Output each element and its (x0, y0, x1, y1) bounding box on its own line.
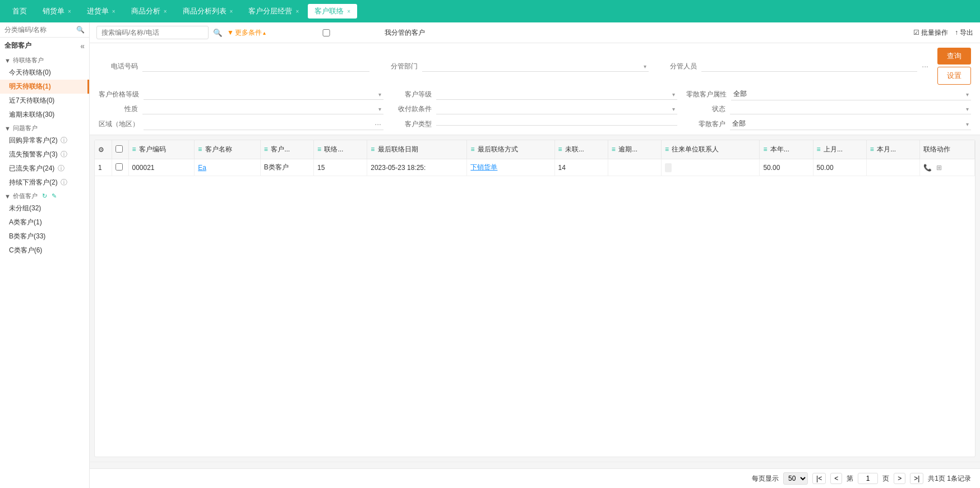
sidebar-item-churn-warning[interactable]: 流失预警客户(3) ⓘ (0, 148, 89, 162)
close-icon[interactable]: × (68, 8, 71, 15)
prev-page-button[interactable]: < (830, 473, 842, 484)
per-page-select[interactable]: 50 (783, 472, 808, 485)
nav-item-purchase[interactable]: 进货单 × (80, 4, 122, 19)
nav-item-customer-tier[interactable]: 客户分层经营 × (242, 4, 306, 19)
sidebar-item-repurchase-abnormal[interactable]: 回购异常客户(2) ⓘ (0, 133, 89, 148)
col-current-month: ≡ 本月... (866, 140, 919, 159)
filter-customer-type: 客户类型 (392, 119, 677, 129)
close-icon[interactable]: × (230, 8, 233, 15)
row-select-checkbox[interactable] (115, 163, 123, 171)
sort-icon: ≡ (264, 145, 268, 153)
reset-button[interactable]: 设置 (937, 67, 971, 85)
sidebar-item-today-contact[interactable]: 今天待联络(0) (0, 66, 89, 80)
retail-attr-select[interactable]: 全部 (731, 88, 971, 100)
retail-customer-select[interactable]: 全部 (730, 118, 971, 130)
sidebar-item-declining[interactable]: 持续下滑客户(2) ⓘ (0, 176, 89, 190)
my-customers-checkbox[interactable] (270, 29, 382, 36)
last-method-link[interactable]: 下销货单 (470, 163, 497, 171)
col-settings[interactable]: ⚙ (95, 140, 112, 159)
sidebar-item-b-class[interactable]: B类客户(33) (0, 229, 89, 243)
payment-select[interactable] (436, 104, 677, 114)
phone-input[interactable] (142, 61, 369, 72)
sidebar-item-a-class[interactable]: A类客户(1) (0, 215, 89, 229)
sidebar-all-customers[interactable]: 全部客户 « (0, 38, 89, 54)
close-icon[interactable]: × (112, 8, 115, 15)
export-button[interactable]: ↑ 导出 (955, 28, 973, 38)
price-level-select[interactable] (144, 89, 383, 100)
sidebar-item-7days-contact[interactable]: 近7天待联络(0) (0, 94, 89, 108)
edit-icon[interactable]: ✎ (52, 192, 57, 200)
sidebar-search-icon[interactable]: 🔍 (76, 26, 85, 34)
row-code: 000021 (128, 159, 195, 176)
row-overdue (608, 159, 661, 176)
region-select[interactable]: ··· (144, 118, 383, 130)
status-select[interactable] (730, 104, 971, 114)
my-customers-checkbox-label[interactable]: 我分管的客户 (270, 28, 425, 38)
info-icon: ⓘ (61, 178, 67, 186)
first-page-button[interactable]: |< (812, 473, 826, 484)
row-no: 1 (95, 159, 112, 176)
sidebar-search-input[interactable] (4, 26, 74, 34)
more-conditions-button[interactable]: ▼ 更多条件 (227, 28, 266, 38)
close-icon[interactable]: × (164, 8, 167, 15)
row-contact-person (662, 159, 760, 176)
customer-level-select[interactable] (436, 89, 677, 100)
gender-label: 性质 (99, 104, 138, 114)
col-checkbox[interactable] (112, 140, 128, 159)
sidebar-item-c-class[interactable]: C类客户(6) (0, 243, 89, 257)
sidebar-item-overdue-contact[interactable]: 逾期未联络(30) (0, 108, 89, 122)
region-more-icon[interactable]: ··· (375, 119, 381, 128)
gender-select[interactable] (142, 104, 383, 114)
last-page-button[interactable]: >| (910, 473, 923, 484)
query-button[interactable]: 查询 (937, 48, 971, 65)
grid-action-icon[interactable]: ⊞ (936, 164, 942, 172)
close-icon[interactable]: × (295, 8, 299, 15)
customer-name-link[interactable]: Ea (198, 164, 206, 172)
select-all-checkbox[interactable] (115, 145, 123, 153)
close-icon[interactable]: × (347, 8, 350, 15)
sort-icon: ≡ (317, 145, 321, 153)
row-name[interactable]: Ea (195, 159, 261, 176)
sidebar-collapse-icon[interactable]: « (80, 42, 85, 50)
retail-customer-label: 零散客户 (686, 119, 725, 129)
nav-home[interactable]: 首页 (6, 4, 34, 19)
page-number-input[interactable] (858, 473, 878, 484)
sidebar-item-tomorrow-contact[interactable]: 明天待联络(1) (0, 80, 89, 94)
filter-gender: 性质 (99, 104, 383, 114)
manager-input[interactable] (701, 61, 917, 72)
batch-operation-button[interactable]: ☑ 批量操作 (913, 28, 948, 38)
sidebar-item-churned[interactable]: 已流失客户(24) ⓘ (0, 162, 89, 176)
status-label: 状态 (686, 104, 725, 114)
dept-select[interactable] (422, 61, 649, 72)
col-last-month: ≡ 上月... (813, 140, 866, 159)
row-last-date: 2023-05-23 18:25: (367, 159, 467, 176)
sidebar-search-bar[interactable]: 🔍 (0, 22, 89, 38)
data-table-wrapper: ⚙ ≡ 客户编码 ≡ 客户名称 (94, 140, 976, 457)
customer-type-select[interactable] (436, 123, 677, 126)
col-last-date: ≡ 最后联络日期 (367, 140, 467, 159)
nav-item-sales[interactable]: 销货单 × (36, 4, 78, 19)
col-contact-person: ≡ 往来单位联系人 (662, 140, 760, 159)
sort-icon: ≡ (558, 145, 562, 153)
refresh-icon[interactable]: ↻ (42, 192, 47, 200)
row-last-method[interactable]: 下销货单 (467, 159, 554, 176)
row-checkbox[interactable] (112, 159, 128, 176)
sidebar-group-pending: ▼ 待联络客户 (0, 54, 89, 66)
info-icon: ⓘ (61, 150, 67, 158)
checkbox-icon: ☑ (913, 29, 919, 36)
search-input[interactable] (96, 26, 209, 39)
horizontal-scrollbar[interactable] (90, 462, 980, 468)
sidebar-item-ungroup[interactable]: 未分组(32) (0, 201, 89, 215)
phone-action-icon[interactable]: 📞 (923, 164, 932, 172)
manager-more-icon[interactable]: ··· (922, 62, 928, 71)
filter-customer-level: 客户等级 (392, 89, 677, 100)
nav-item-product-list[interactable]: 商品分析列表 × (176, 4, 240, 19)
nav-item-product-analysis[interactable]: 商品分析 × (124, 4, 174, 19)
nav-item-customer-contact[interactable]: 客户联络 × (308, 4, 357, 19)
next-page-button[interactable]: > (894, 473, 905, 484)
search-button[interactable]: 🔍 (213, 29, 223, 37)
region-label: 区域（地区） (99, 119, 139, 129)
settings-icon[interactable]: ⚙ (98, 146, 104, 154)
toolbar-right: ☑ 批量操作 ↑ 导出 (913, 28, 973, 38)
export-icon: ↑ (955, 29, 958, 36)
